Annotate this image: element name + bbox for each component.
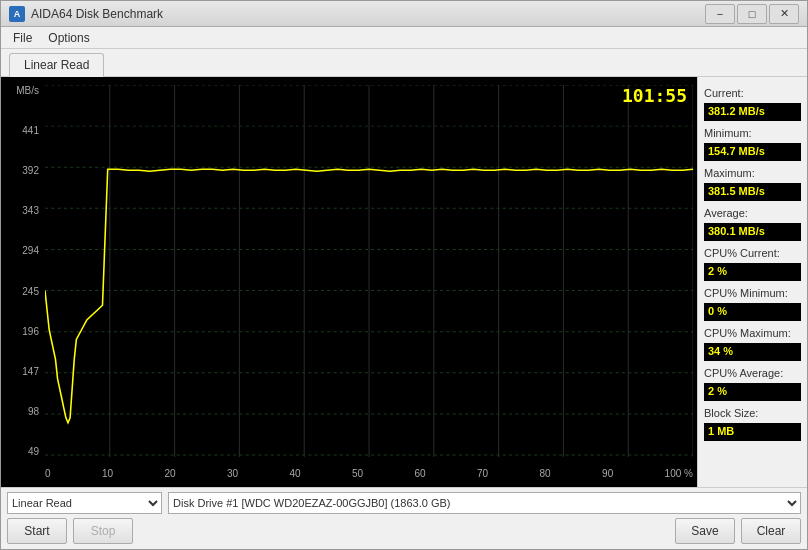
y-label-98: 98	[1, 406, 43, 417]
y-label-mbs: MB/s	[1, 85, 43, 96]
title-controls: − □ ✕	[705, 4, 799, 24]
x-label-40: 40	[290, 468, 301, 479]
y-label-147: 147	[1, 366, 43, 377]
chart-svg	[45, 85, 693, 457]
x-label-0: 0	[45, 468, 51, 479]
cpu-minimum-label: CPU% Minimum:	[704, 287, 801, 299]
y-label-49: 49	[1, 446, 43, 457]
cpu-current-label: CPU% Current:	[704, 247, 801, 259]
benchmark-select[interactable]: Linear ReadRandom ReadBuffered ReadAvera…	[7, 492, 162, 514]
x-label-80: 80	[540, 468, 551, 479]
cpu-average-label: CPU% Average:	[704, 367, 801, 379]
average-label: Average:	[704, 207, 801, 219]
x-label-50: 50	[352, 468, 363, 479]
menu-file[interactable]: File	[5, 29, 40, 47]
close-button[interactable]: ✕	[769, 4, 799, 24]
tab-linear-read[interactable]: Linear Read	[9, 53, 104, 77]
x-label-20: 20	[164, 468, 175, 479]
maximum-label: Maximum:	[704, 167, 801, 179]
main-content: MB/s 441 392 343 294 245 196 147 98 49 1…	[1, 77, 807, 487]
y-label-294: 294	[1, 245, 43, 256]
x-label-10: 10	[102, 468, 113, 479]
x-axis-labels: 0 10 20 30 40 50 60 70 80 90 100 %	[45, 468, 693, 479]
chart-area: MB/s 441 392 343 294 245 196 147 98 49 1…	[1, 77, 697, 487]
bottom-row2: Start Stop Save Clear	[7, 518, 801, 544]
bottom-row1: Linear ReadRandom ReadBuffered ReadAvera…	[7, 492, 801, 514]
current-label: Current:	[704, 87, 801, 99]
current-value: 381.2 MB/s	[704, 103, 801, 121]
clear-button[interactable]: Clear	[741, 518, 801, 544]
maximize-button[interactable]: □	[737, 4, 767, 24]
main-window: A AIDA64 Disk Benchmark − □ ✕ File Optio…	[0, 0, 808, 550]
save-button[interactable]: Save	[675, 518, 735, 544]
y-label-441: 441	[1, 125, 43, 136]
y-axis-labels: MB/s 441 392 343 294 245 196 147 98 49	[1, 85, 43, 457]
menu-bar: File Options	[1, 27, 807, 49]
drive-select[interactable]: Disk Drive #1 [WDC WD20EZAZ-00GGJB0] (18…	[168, 492, 801, 514]
maximum-value: 381.5 MB/s	[704, 183, 801, 201]
y-label-196: 196	[1, 326, 43, 337]
block-size-value: 1 MB	[704, 423, 801, 441]
x-label-70: 70	[477, 468, 488, 479]
minimum-label: Minimum:	[704, 127, 801, 139]
start-button[interactable]: Start	[7, 518, 67, 544]
x-label-90: 90	[602, 468, 613, 479]
app-icon: A	[9, 6, 25, 22]
title-bar: A AIDA64 Disk Benchmark − □ ✕	[1, 1, 807, 27]
timer-display: 101:55	[622, 85, 687, 106]
title-bar-left: A AIDA64 Disk Benchmark	[9, 6, 163, 22]
bottom-bar: Linear ReadRandom ReadBuffered ReadAvera…	[1, 487, 807, 549]
minimum-value: 154.7 MB/s	[704, 143, 801, 161]
tab-bar: Linear Read	[1, 49, 807, 77]
y-label-245: 245	[1, 286, 43, 297]
x-label-30: 30	[227, 468, 238, 479]
menu-options[interactable]: Options	[40, 29, 97, 47]
x-label-100: 100 %	[665, 468, 693, 479]
cpu-maximum-label: CPU% Maximum:	[704, 327, 801, 339]
stats-sidebar: Current: 381.2 MB/s Minimum: 154.7 MB/s …	[697, 77, 807, 487]
cpu-average-value: 2 %	[704, 383, 801, 401]
minimize-button[interactable]: −	[705, 4, 735, 24]
cpu-minimum-value: 0 %	[704, 303, 801, 321]
cpu-maximum-value: 34 %	[704, 343, 801, 361]
y-label-343: 343	[1, 205, 43, 216]
stop-button[interactable]: Stop	[73, 518, 133, 544]
y-label-392: 392	[1, 165, 43, 176]
x-label-60: 60	[415, 468, 426, 479]
block-size-label: Block Size:	[704, 407, 801, 419]
cpu-current-value: 2 %	[704, 263, 801, 281]
average-value: 380.1 MB/s	[704, 223, 801, 241]
window-title: AIDA64 Disk Benchmark	[31, 7, 163, 21]
